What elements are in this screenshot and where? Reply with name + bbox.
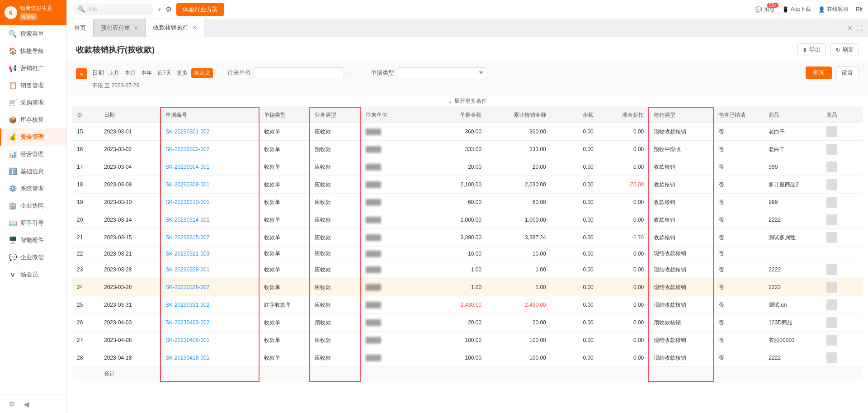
- cell-sno[interactable]: SK-20230403-002: [160, 314, 259, 332]
- sidebar-item-member[interactable]: V 畅会员: [0, 266, 66, 283]
- doc-link[interactable]: SK-20230408-001: [165, 337, 209, 343]
- cell-sno[interactable]: SK-20230302-002: [160, 141, 259, 158]
- date-this-year[interactable]: 本年: [139, 68, 154, 78]
- cell-sno[interactable]: SK-20230331-002: [160, 296, 259, 314]
- cell-sno[interactable]: SK-20230308-001: [160, 176, 259, 194]
- col-settings-icon[interactable]: ⚙: [77, 111, 83, 119]
- cell-sno[interactable]: SK-20230315-002: [160, 229, 259, 247]
- cell-goods: 2222: [764, 261, 822, 279]
- topbar-chevron-icon[interactable]: ▾: [158, 6, 161, 13]
- cell-goods: 老白干: [764, 123, 822, 141]
- cell-date: 2023-03-02: [99, 141, 160, 158]
- sidebar-item-finance[interactable]: 💰 资金管理: [0, 128, 66, 146]
- cell-partner: ████: [361, 229, 429, 247]
- date-custom-btn[interactable]: 自定义: [191, 68, 213, 78]
- filter-expand-button[interactable]: »: [76, 68, 87, 79]
- date-last-month[interactable]: 上月: [107, 68, 121, 78]
- cell-sno[interactable]: SK-20230408-001: [160, 332, 259, 349]
- cell-sno[interactable]: SK-20230328-001: [160, 261, 259, 279]
- member-icon: V: [9, 271, 17, 279]
- doc-link[interactable]: SK-20230301-002: [165, 128, 209, 135]
- cell-include: 否: [713, 141, 764, 158]
- total-biz: [310, 367, 361, 381]
- total-goods2: [822, 367, 863, 381]
- doc-link[interactable]: SK-20230321-003: [165, 251, 209, 257]
- solution-button[interactable]: 体验行业方案: [176, 3, 224, 16]
- sidebar-item-operations[interactable]: 📊 经营管理: [0, 146, 66, 163]
- app-download-btn[interactable]: 📱 App下载: [782, 5, 811, 13]
- sidebar-item-marketing[interactable]: 📢 营销推广: [0, 60, 66, 77]
- expand-conditions-btn[interactable]: ⌄ 展开更多条件: [67, 95, 868, 107]
- close-window-icon[interactable]: ✕: [847, 24, 853, 32]
- doc-link[interactable]: SK-20230304-001: [165, 164, 209, 170]
- online-service-btn[interactable]: 👤 在线客服: [818, 5, 849, 13]
- doc-link[interactable]: SK-20230315-002: [165, 234, 209, 241]
- sidebar-item-system[interactable]: ⚙️ 系统管理: [0, 180, 66, 197]
- date-7days[interactable]: 近7天: [156, 68, 173, 78]
- cell-sno[interactable]: SK-20230314-001: [160, 211, 259, 229]
- topbar-gear-icon[interactable]: ⚙: [165, 5, 172, 14]
- cell-amount: 3,390.00: [429, 229, 486, 247]
- sidebar-item-search[interactable]: 🔍 搜索菜单: [0, 25, 66, 43]
- doc-link[interactable]: SK-20230403-002: [165, 319, 209, 326]
- tab-collection-close-icon[interactable]: ✕: [192, 24, 197, 31]
- doc-link[interactable]: SK-20230418-001: [165, 355, 209, 361]
- cell-amount: 100.00: [429, 332, 486, 349]
- doc-link[interactable]: SK-20230308-001: [165, 181, 209, 188]
- sidebar-item-quick-nav[interactable]: 🏠 快捷导航: [0, 43, 66, 60]
- cell-goods2: [822, 279, 863, 296]
- user-label[interactable]: Rit: [856, 6, 863, 13]
- doc-link[interactable]: SK-20230331-002: [165, 302, 209, 308]
- doc-link[interactable]: SK-20230314-001: [165, 217, 209, 223]
- refresh-button[interactable]: ↻ 刷新: [830, 43, 859, 56]
- cell-sno[interactable]: SK-20230321-003: [160, 247, 259, 261]
- cell-doc-type: 收款单: [259, 314, 310, 332]
- cell-sno[interactable]: SK-20230418-001: [160, 349, 259, 367]
- settings-icon[interactable]: ⚙: [7, 399, 16, 408]
- cell-biz-type: 预收款: [310, 141, 361, 158]
- sidebar-item-corp[interactable]: 🏢 企业协同: [0, 197, 66, 214]
- date-more[interactable]: 更多: [175, 68, 189, 78]
- tab-prepay-close-icon[interactable]: ✕: [134, 25, 138, 31]
- cell-cancel-type: 收款核销: [649, 194, 713, 211]
- tab-prepay[interactable]: 预付应付单 ✕: [94, 19, 146, 37]
- sidebar-item-basic[interactable]: ℹ️ 基础信息: [0, 163, 66, 180]
- total-partner: [361, 367, 429, 381]
- sidebar-item-wechat[interactable]: 💬 企业微信: [0, 249, 66, 266]
- sidebar-item-hardware[interactable]: 🖥️ 智能硬件: [0, 232, 66, 249]
- search-button[interactable]: 查询: [806, 66, 832, 79]
- sidebar-item-sales[interactable]: 📋 销售管理: [0, 77, 66, 94]
- cell-sno[interactable]: SK-20230310-001: [160, 194, 259, 211]
- tab-collection[interactable]: 收款核销执行 ✕: [146, 19, 204, 37]
- cell-partner: ████: [361, 176, 429, 194]
- cell-index: 26: [72, 314, 99, 332]
- sidebar-item-stock[interactable]: 📦 库存核算: [0, 111, 66, 128]
- topbar-search[interactable]: 🔍 搜索: [72, 4, 154, 15]
- goods-thumbnail: [826, 282, 837, 293]
- cell-date: 2023-03-28: [99, 261, 160, 279]
- data-table: ⚙ 日期 单据编号 单据类型 业务类型 往来单位 单据金额 累计核销金额 余额 …: [72, 107, 863, 382]
- tab-home[interactable]: 首页: [67, 19, 94, 37]
- collapse-icon[interactable]: ◀: [22, 399, 31, 408]
- cell-discount: 0.00: [598, 247, 649, 261]
- cell-sno[interactable]: SK-20230301-002: [160, 123, 259, 141]
- partner-input[interactable]: [254, 67, 344, 78]
- cell-date: 2023-04-03: [99, 314, 160, 332]
- filter-settings-button[interactable]: 设置: [835, 66, 859, 79]
- date-this-month[interactable]: 本月: [123, 68, 137, 78]
- cell-biz-type: 应收款: [310, 261, 361, 279]
- doc-link[interactable]: SK-20230328-002: [165, 284, 209, 290]
- message-btn[interactable]: 💬 消息 99+: [755, 5, 775, 13]
- cell-date: 2023-03-04: [99, 158, 160, 176]
- doc-link[interactable]: SK-20230310-001: [165, 199, 209, 205]
- cell-sno[interactable]: SK-20230328-002: [160, 279, 259, 296]
- cell-partner: ████: [361, 314, 429, 332]
- doc-link[interactable]: SK-20230328-001: [165, 266, 209, 273]
- export-button[interactable]: ⬆ 导出: [797, 43, 826, 56]
- doc-type-select[interactable]: [397, 67, 487, 78]
- doc-link[interactable]: SK-20230302-002: [165, 146, 209, 152]
- maximize-window-icon[interactable]: ⛶: [856, 24, 863, 32]
- sidebar-item-guide[interactable]: 📖 新手引导: [0, 214, 66, 232]
- cell-sno[interactable]: SK-20230304-001: [160, 158, 259, 176]
- sidebar-item-purchase[interactable]: 🛒 采购管理: [0, 94, 66, 111]
